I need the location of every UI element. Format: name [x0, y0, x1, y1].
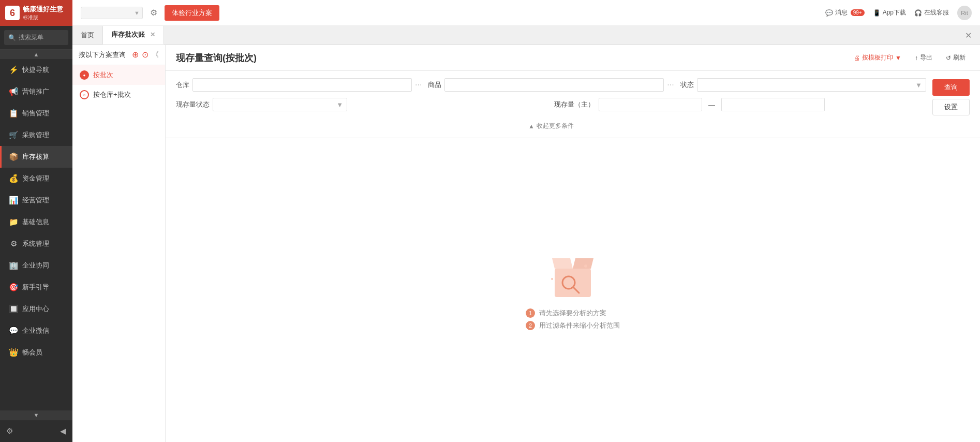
- tab-close-icon[interactable]: ✕: [150, 31, 155, 38]
- inventory-qty-max-input[interactable]: [721, 98, 825, 111]
- online-support-label: 在线客服: [924, 8, 949, 17]
- sidebar-item-basic[interactable]: 📁 基础信息: [0, 211, 72, 233]
- page-header-actions: 🖨 按模板打印 ▼ ↑ 导出 ↺ 刷新: [850, 51, 970, 64]
- gear-icon: ⚙: [150, 8, 157, 17]
- collapse-icon: ▲: [528, 123, 534, 130]
- filter-fields: 仓库 ··· 商品 ···: [176, 78, 926, 130]
- sidebar-header: 6 畅康通好生意 标准版: [0, 0, 72, 26]
- tab-home[interactable]: 首页: [72, 26, 103, 44]
- product-dots[interactable]: ···: [667, 80, 674, 90]
- sidebar-item-newbie[interactable]: 🎯 新手引导: [0, 276, 72, 298]
- message-icon: 💬: [825, 9, 833, 17]
- step-1-num: 1: [526, 308, 535, 318]
- sidebar-collapse-button[interactable]: ◀: [58, 424, 68, 438]
- scheme-gear-icon: ⊙: [142, 50, 149, 59]
- scroll-down-button[interactable]: ▼: [0, 410, 72, 420]
- app-center-icon: 🔲: [9, 304, 18, 314]
- step-1-text: 请先选择要分析的方案: [539, 308, 606, 318]
- sidebar-item-enterprise[interactable]: 🏢 企业协同: [0, 255, 72, 276]
- enterprise-icon: 🏢: [9, 261, 18, 270]
- export-button[interactable]: ↑ 导出: [911, 51, 937, 64]
- sidebar-item-inventory[interactable]: 📦 库存核算: [0, 146, 72, 168]
- sidebar-item-sales[interactable]: 📋 销售管理: [0, 102, 72, 124]
- empty-illustration: [542, 251, 604, 302]
- sidebar-item-wechat[interactable]: 💬 企业微信: [0, 320, 72, 342]
- status-select[interactable]: [697, 78, 926, 92]
- scheme-settings-button[interactable]: ⊙: [142, 51, 149, 59]
- sidebar-item-member[interactable]: 👑 畅会员: [0, 342, 72, 363]
- tabs-close-button[interactable]: ✕: [957, 31, 980, 40]
- app-download-item[interactable]: 📱 App下载: [873, 8, 906, 17]
- refresh-button[interactable]: ↺ 刷新: [942, 51, 970, 64]
- trial-button[interactable]: 体验行业方案: [165, 5, 219, 21]
- tab-inventory-batch[interactable]: 库存批次账 ✕: [103, 26, 164, 45]
- sidebar-item-label: 快捷导航: [22, 65, 49, 75]
- topbar-search-input[interactable]: [81, 7, 143, 19]
- brand-title: 畅康通好生意: [23, 5, 63, 14]
- sidebar-item-label: 企业微信: [22, 326, 49, 335]
- marketing-icon: 📢: [9, 87, 18, 96]
- quick-nav-icon: ⚡: [9, 65, 18, 75]
- inventory-status-select-wrap: ▼: [213, 98, 347, 111]
- collapse-more-button[interactable]: ▲ 收起更多条件: [176, 117, 926, 130]
- left-panel-actions: ⊕ ⊙ 《: [132, 50, 159, 60]
- top-bar: ▼ ⚙ 体验行业方案 💬 消息 99+ 📱 App下载 🎧 在线客服: [72, 0, 980, 26]
- inventory-status-select[interactable]: [213, 98, 347, 111]
- brand-info: 畅康通好生意 标准版: [23, 5, 63, 21]
- status-field: 状态 ▼: [680, 78, 926, 92]
- filter-container: 仓库 ··· 商品 ···: [166, 71, 980, 138]
- messages-item[interactable]: 💬 消息 99+: [825, 8, 865, 17]
- sidebar-item-quick-nav[interactable]: ⚡ 快捷导航: [0, 59, 72, 81]
- sidebar-item-finance[interactable]: 💰 资金管理: [0, 168, 72, 189]
- basic-icon: 📁: [9, 217, 18, 227]
- inventory-qty-min-input[interactable]: [599, 98, 702, 111]
- sidebar-item-purchase[interactable]: 🛒 采购管理: [0, 124, 72, 146]
- left-panel-header: 按以下方案查询 ⊕ ⊙ 《: [72, 45, 165, 65]
- product-input[interactable]: [444, 78, 664, 92]
- scroll-up-button[interactable]: ▲: [0, 50, 72, 59]
- scheme-batch[interactable]: ● 按批次: [72, 65, 165, 85]
- sidebar-item-marketing[interactable]: 📢 营销推广: [0, 81, 72, 102]
- sidebar-item-label: 经营管理: [22, 196, 49, 205]
- sidebar-settings-button[interactable]: ⚙: [4, 424, 15, 438]
- scheme-warehouse-batch[interactable]: ○ 按仓库+批次: [72, 85, 165, 105]
- svg-point-6: [551, 278, 553, 280]
- warehouse-label: 仓库: [176, 80, 189, 90]
- content-area: 按以下方案查询 ⊕ ⊙ 《 ● 按批次 ○: [72, 45, 980, 442]
- print-label: 按模板打印: [862, 53, 893, 62]
- user-avatar-item[interactable]: Rit: [957, 6, 972, 20]
- newbie-icon: 🎯: [9, 283, 18, 292]
- sidebar-item-label: 采购管理: [22, 130, 49, 140]
- avatar: Rit: [957, 6, 972, 20]
- warehouse-dots[interactable]: ···: [415, 80, 422, 90]
- product-ctrl: ···: [444, 78, 674, 92]
- add-scheme-button[interactable]: ⊕: [132, 51, 139, 59]
- print-dropdown-icon: ▼: [895, 54, 901, 62]
- sidebar-item-label: 系统管理: [22, 239, 49, 248]
- empty-instructions: 1 请先选择要分析的方案 2 用过滤条件来缩小分析范围: [526, 308, 620, 330]
- filter-row-1: 仓库 ··· 商品 ···: [176, 78, 926, 92]
- search-menu-button[interactable]: 🔍 搜索菜单: [4, 30, 68, 45]
- panel-collapse-button[interactable]: 《: [152, 50, 159, 60]
- inventory-status-label: 现存量状态: [176, 100, 210, 109]
- scheme-batch-label: 按批次: [93, 70, 113, 80]
- sidebar-item-label: 库存核算: [22, 152, 49, 161]
- online-support-item[interactable]: 🎧 在线客服: [914, 8, 949, 17]
- refresh-label: 刷新: [953, 53, 966, 62]
- print-button[interactable]: 🖨 按模板打印 ▼: [850, 51, 905, 64]
- left-panel-title: 按以下方案查询: [79, 50, 126, 60]
- warehouse-field: 仓库 ···: [176, 78, 422, 92]
- sidebar-item-app-center[interactable]: 🔲 应用中心: [0, 298, 72, 320]
- topbar-gear-button[interactable]: ⚙: [148, 6, 159, 20]
- left-panel: 按以下方案查询 ⊕ ⊙ 《 ● 按批次 ○: [72, 45, 166, 442]
- system-icon: ⚙: [9, 239, 18, 248]
- export-label: 导出: [920, 53, 932, 62]
- query-button[interactable]: 查询: [932, 79, 970, 96]
- app-download-label: App下载: [883, 8, 906, 17]
- sidebar-item-system[interactable]: ⚙ 系统管理: [0, 233, 72, 255]
- warehouse-input[interactable]: [192, 78, 412, 92]
- sidebar-item-label: 企业协同: [22, 261, 49, 270]
- export-icon: ↑: [915, 54, 918, 62]
- filter-settings-button[interactable]: 设置: [932, 99, 970, 115]
- sidebar-item-operation[interactable]: 📊 经营管理: [0, 189, 72, 211]
